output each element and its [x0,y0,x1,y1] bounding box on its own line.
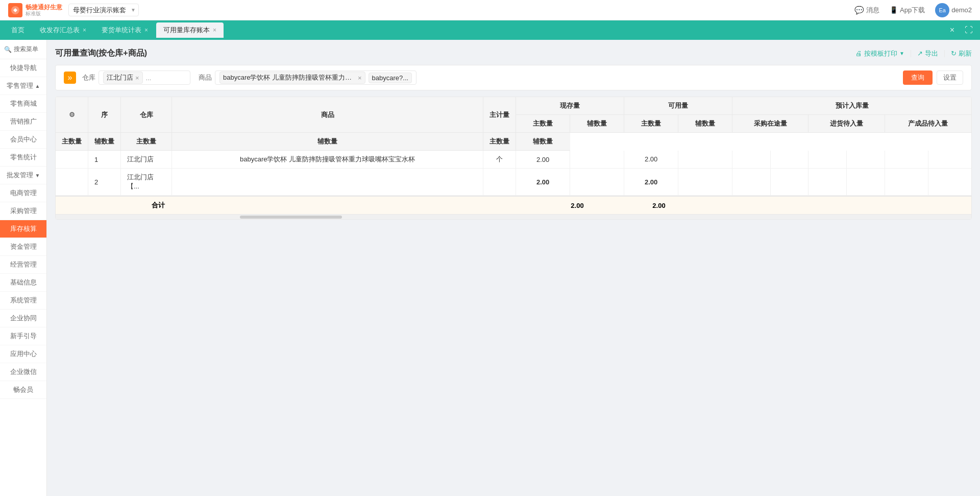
product-tag-1-close[interactable]: × [358,74,362,82]
sidebar-item-enterprise-wechat[interactable]: 企业微信 [0,363,46,381]
print-dropdown-icon: ▼ [899,51,904,56]
divider-1 [911,50,911,57]
refresh-icon: ↻ [951,50,957,57]
sidebar-item-retail-mgmt[interactable]: 零售管理 ▲ [0,77,46,95]
row1-current-aux-cell [570,151,624,169]
sidebar-item-basics[interactable]: 基础信息 [0,274,46,292]
tab-order-stats[interactable]: 要货单统计表 × [94,22,155,38]
row2-goods-aux-cell [847,169,885,196]
tab-available-stock[interactable]: 可用量库存账本 × [156,22,224,38]
sidebar-item-enterprise-wechat-label: 企业微信 [10,368,37,375]
sidebar-item-retail-mgmt-label-wrap: 零售管理 ▲ [2,81,44,90]
tab-receive-summary[interactable]: 收发存汇总表 × [33,22,93,38]
logo-main-text: 畅捷通好生意 [26,4,62,12]
row1-warehouse-cell: 江北门店 [121,151,172,169]
sidebar-item-system[interactable]: 系统管理 [0,292,46,310]
tab-bar: 首页 收发存汇总表 × 要货单统计表 × 可用量库存账本 × × ⛶ [0,20,980,40]
sidebar-item-newbie-label: 新手引导 [10,332,37,340]
sidebar-item-wholesale-mgmt-label-wrap: 批发管理 ▼ [2,171,44,180]
row1-unit-cell: 个 [483,151,516,169]
sidebar-item-member-plus[interactable]: 畅会员 [0,381,46,399]
print-icon: 🖨 [855,50,862,57]
product-input[interactable]: babycare学饮杯 儿童防摔防撞吸管杯重力球吸嘴杯宝宝水杯 × babyca… [215,70,416,85]
sidebar-item-system-label: 系统管理 [10,296,37,304]
horizontal-scrollbar[interactable] [56,214,971,219]
top-bar-left: 畅捷通好生意 标准版 母婴行业演示账套 ▼ [8,3,139,17]
user-name: demo2 [951,6,972,14]
filter-toggle-button[interactable]: » [64,72,76,84]
query-button[interactable]: 查询 [903,70,933,85]
sidebar-item-finance[interactable]: 资金管理 [0,238,46,256]
app-download-button[interactable]: 📱 App下载 [890,6,925,15]
user-profile-button[interactable]: Ea demo2 [935,3,972,17]
industry-select[interactable]: 母婴行业演示账套 [68,4,139,16]
product-tag-2-text: babycare?... [372,74,409,82]
sidebar-item-marketing[interactable]: 营销推广 [0,113,46,131]
filter-toggle-icon: » [68,73,72,82]
sidebar-item-inventory-label: 库存核算 [10,225,37,232]
tab-receive-summary-label: 收发存汇总表 [40,26,80,35]
sidebar-item-enterprise-collab-label: 企业协同 [10,314,37,322]
row2-production-aux-cell [928,169,971,196]
row1-purchase-aux-cell [770,151,808,169]
sidebar-item-member[interactable]: 会员中心 [0,131,46,149]
sidebar-item-retail-mall[interactable]: 零售商城 [0,95,46,113]
industry-select-wrap[interactable]: 母婴行业演示账套 ▼ [68,4,139,16]
footer-current-main-value: 2.00 [571,202,583,209]
settings-button[interactable]: 设置 [937,70,963,85]
scrollbar-thumb[interactable] [240,216,342,219]
col-production-main-sub: 主数量 [483,133,516,151]
row2-current-aux-cell [570,169,624,196]
tab-receive-summary-close[interactable]: × [83,27,86,33]
tab-order-stats-close[interactable]: × [144,27,148,33]
col-settings-header[interactable]: ⚙ [56,97,88,133]
tab-home[interactable]: 首页 [4,22,32,38]
footer-current-main: 2.00 [557,202,598,209]
footer-avail-main-value: 2.00 [652,202,665,209]
col-purchase-main-sub: 主数量 [56,133,88,151]
close-all-tabs-button[interactable]: × [947,25,958,36]
tab-available-stock-close[interactable]: × [213,27,216,33]
sidebar-item-inventory[interactable]: 库存核算 [0,220,46,238]
refresh-button[interactable]: ↻ 刷新 [951,49,972,58]
row2-goods-main-cell [808,169,847,196]
sidebar-item-purchase[interactable]: 采购管理 [0,202,46,220]
sidebar-item-wholesale-mgmt[interactable]: 批发管理 ▼ [0,167,46,184]
print-template-button[interactable]: 🖨 按模板打印 ▼ [855,49,904,58]
sidebar-search-button[interactable]: 🔍 搜索菜单 [0,40,46,59]
sidebar-item-quick-nav-label: 快捷导航 [10,64,37,72]
message-button[interactable]: 💬 消息 [854,6,879,15]
filter-area: » 仓库 江北门店 × ... 商品 [55,65,972,90]
col-unit-header: 主计量 [483,97,516,133]
sidebar-item-ecommerce[interactable]: 电商管理 [0,184,46,202]
search-icon: 🔍 [4,46,12,53]
col-avail-main: 主数量 [624,115,678,133]
row2-warehouse-cell: 江北门店【... [121,169,172,196]
row1-purchase-main-cell [732,151,771,169]
sidebar-item-member-plus-label: 畅会员 [13,386,33,393]
sidebar-item-app-center[interactable]: 应用中心 [0,345,46,363]
page-title: 可用量查询(按仓库+商品) [55,48,147,59]
row1-production-aux-cell [928,151,971,169]
sidebar-item-newbie[interactable]: 新手引导 [0,327,46,345]
warehouse-input[interactable]: 江北门店 × ... [99,70,190,85]
warehouse-more-icon[interactable]: ... [146,74,152,82]
row1-goods-main-cell [808,151,847,169]
row1-production-main-cell [885,151,928,169]
sidebar-item-enterprise-collab[interactable]: 企业协同 [0,310,46,327]
sidebar-item-retail-stats[interactable]: 零售统计 [0,149,46,167]
sidebar-item-business[interactable]: 经营管理 [0,256,46,274]
col-production-pending: 产成品待入量 [885,115,971,133]
col-goods-arriving: 进货待入量 [808,115,885,133]
warehouse-tag-close[interactable]: × [135,74,139,82]
sidebar-item-purchase-label: 采购管理 [10,207,37,215]
row1-index-cell: 1 [88,151,121,169]
export-label: 导出 [925,49,938,58]
expand-tab-button[interactable]: ⛶ [962,25,976,36]
sidebar-item-quick-nav[interactable]: 快捷导航 [0,59,46,77]
export-button[interactable]: ↗ 导出 [917,49,938,58]
content-area: 可用量查询(按仓库+商品) 🖨 按模板打印 ▼ ↗ 导出 ↻ 刷新 [47,40,980,496]
sidebar-search-label: 搜索菜单 [14,45,38,54]
sidebar-item-finance-label: 资金管理 [10,243,37,250]
page-header: 可用量查询(按仓库+商品) 🖨 按模板打印 ▼ ↗ 导出 ↻ 刷新 [55,48,972,59]
